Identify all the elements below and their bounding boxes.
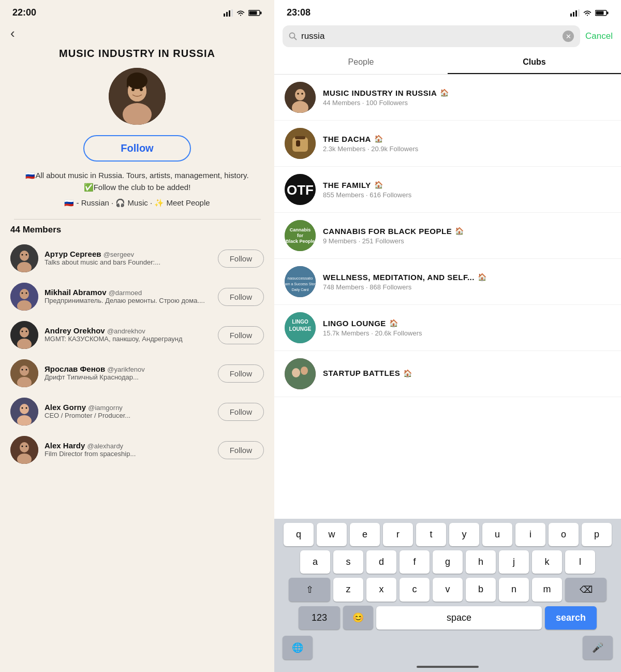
- svg-point-38: [22, 407, 23, 409]
- svg-rect-1: [226, 12, 228, 17]
- key-r[interactable]: r: [383, 523, 413, 546]
- right-panel: 23:08: [274, 0, 621, 672]
- key-i[interactable]: i: [515, 523, 545, 546]
- club-avatar-svg: [109, 68, 166, 125]
- svg-point-55: [295, 89, 305, 100]
- follow-button[interactable]: Follow: [218, 288, 264, 306]
- result-info: WELLNESS, MEDITATION, AND SELF... 🏠 748 …: [323, 273, 611, 291]
- left-status-icons: [224, 9, 262, 17]
- result-meta: 748 Members · 868 Followers: [323, 283, 611, 291]
- numbers-key[interactable]: 123: [299, 606, 340, 630]
- key-u[interactable]: u: [482, 523, 512, 546]
- tabs-row: People Clubs: [274, 51, 621, 75]
- key-v[interactable]: v: [433, 578, 463, 602]
- key-b[interactable]: b: [466, 578, 496, 602]
- key-f[interactable]: f: [400, 550, 430, 574]
- wifi-icon: [236, 9, 245, 17]
- key-c[interactable]: c: [400, 578, 430, 602]
- key-q[interactable]: q: [284, 523, 314, 546]
- wifi-icon: [583, 9, 592, 17]
- follow-button[interactable]: Follow: [218, 364, 264, 383]
- result-name-row: WELLNESS, MEDITATION, AND SELF... 🏠: [323, 273, 611, 282]
- key-n[interactable]: n: [499, 578, 529, 602]
- signal-icon: [224, 9, 233, 17]
- search-input-wrap[interactable]: ✕: [283, 25, 580, 47]
- member-row: Артур Сергеев @sergeev Talks about music…: [0, 239, 274, 277]
- key-l[interactable]: l: [565, 550, 595, 574]
- tab-people[interactable]: People: [274, 51, 448, 74]
- key-p[interactable]: p: [582, 523, 612, 546]
- result-row: LINGO LOUNGE LINGO LOUNGE 🏠 15.7k Member…: [274, 305, 621, 351]
- club-description: 🇷🇺All about music in Russia. Tours, arti…: [0, 170, 274, 193]
- club-title: MUSIC INDUSTRY IN RUSSIA: [49, 48, 226, 60]
- member-name: Артур Сергеев @sergeev: [45, 250, 212, 258]
- follow-button-large[interactable]: Follow: [83, 135, 190, 162]
- globe-key[interactable]: 🌐: [283, 636, 313, 660]
- svg-point-9: [123, 103, 152, 125]
- follow-button[interactable]: Follow: [218, 250, 264, 268]
- result-avatar-svg: OTF: [285, 174, 316, 205]
- search-input[interactable]: [301, 31, 558, 41]
- mic-key[interactable]: 🎤: [583, 636, 613, 660]
- battery-icon: [248, 9, 262, 17]
- back-button[interactable]: ‹: [0, 21, 274, 43]
- clear-button[interactable]: ✕: [563, 31, 574, 42]
- member-info: Mikhail Abramov @darmoed Предприниматель…: [45, 288, 212, 305]
- avatar: [10, 359, 38, 387]
- signal-icon: [570, 9, 580, 17]
- tab-clubs[interactable]: Clubs: [448, 51, 621, 74]
- svg-point-23: [22, 293, 23, 294]
- result-avatar: OTF: [285, 174, 316, 205]
- cancel-button[interactable]: Cancel: [585, 31, 613, 41]
- svg-rect-50: [607, 11, 609, 14]
- svg-point-28: [22, 331, 23, 332]
- back-arrow-icon: ‹: [10, 25, 15, 41]
- result-avatar-svg: nasuccessato "I am a Success Story" Dail…: [285, 266, 316, 297]
- member-name: Mikhail Abramov @darmoed: [45, 288, 212, 297]
- key-s[interactable]: s: [333, 550, 363, 574]
- svg-text:for: for: [297, 233, 303, 238]
- svg-rect-2: [229, 10, 230, 17]
- member-bio: Talks about music and bars Founder:...: [45, 258, 212, 267]
- backspace-key[interactable]: ⌫: [565, 578, 607, 602]
- club-avatar-image: [109, 68, 166, 125]
- key-x[interactable]: x: [366, 578, 396, 602]
- svg-point-31: [20, 366, 29, 376]
- svg-text:"I am a Success Story": "I am a Success Story": [285, 282, 316, 286]
- key-a[interactable]: a: [300, 550, 330, 574]
- space-key[interactable]: space: [376, 606, 542, 630]
- result-name: WELLNESS, MEDITATION, AND SELF...: [323, 273, 475, 282]
- follow-button[interactable]: Follow: [218, 403, 264, 421]
- key-t[interactable]: t: [416, 523, 446, 546]
- svg-point-58: [301, 93, 303, 95]
- follow-button[interactable]: Follow: [218, 326, 264, 344]
- key-h[interactable]: h: [466, 550, 496, 574]
- key-g[interactable]: g: [433, 550, 463, 574]
- member-avatar-svg: [10, 398, 38, 426]
- key-j[interactable]: j: [499, 550, 529, 574]
- result-info: MUSIC INDUSTRY IN RUSSIA 🏠 44 Members · …: [323, 89, 611, 107]
- key-k[interactable]: k: [532, 550, 562, 574]
- member-info: Andrey Orekhov @andrekhov MGMT: КАЗУСКОМ…: [45, 326, 212, 344]
- svg-point-34: [26, 369, 27, 371]
- svg-text:Black People: Black People: [286, 239, 315, 244]
- member-info: Alex Gorny @iamgorny CEO / Promoter / Pr…: [45, 403, 212, 420]
- svg-point-19: [26, 254, 27, 256]
- key-o[interactable]: o: [549, 523, 579, 546]
- shift-key[interactable]: ⇧: [289, 578, 330, 602]
- member-bio: CEO / Promoter / Producer...: [45, 412, 212, 420]
- key-m[interactable]: m: [532, 578, 562, 602]
- key-d[interactable]: d: [366, 550, 396, 574]
- keyboard-bottom-row: 123 😊 space search: [276, 606, 619, 630]
- home-icon: 🏠: [403, 369, 412, 377]
- keyboard-row-2: a s d f g h j k l: [276, 550, 619, 574]
- key-z[interactable]: z: [333, 578, 363, 602]
- emoji-key[interactable]: 😊: [343, 606, 373, 630]
- key-e[interactable]: e: [350, 523, 380, 546]
- result-name: MUSIC INDUSTRY IN RUSSIA: [323, 89, 437, 97]
- key-y[interactable]: y: [449, 523, 479, 546]
- search-key[interactable]: search: [545, 606, 597, 630]
- follow-button[interactable]: Follow: [218, 441, 264, 459]
- key-w[interactable]: w: [317, 523, 347, 546]
- svg-text:LOUNGE: LOUNGE: [289, 326, 312, 332]
